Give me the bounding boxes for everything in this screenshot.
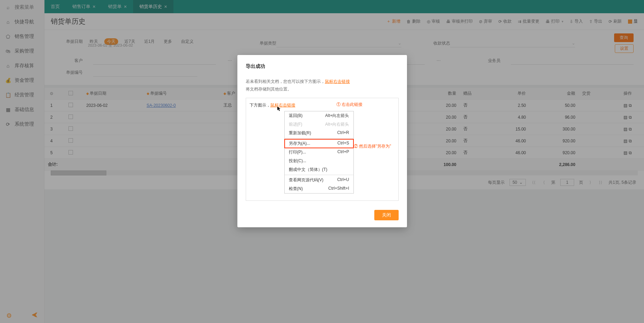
ctx-item: 查看网页源代码(V)Ctrl+U: [285, 176, 353, 184]
ctx-item: 打印(P)...Ctrl+P: [285, 148, 353, 157]
ctx-item: 检查(N)Ctrl+Shift+I: [285, 184, 353, 193]
modal-description: 若未看到相关文档，您也可以按下方图示，鼠标右击链接 将文档存储到其他位置。: [246, 78, 399, 93]
modal-title: 导出成功: [246, 63, 399, 70]
ctx-item: 投射(C)...: [285, 157, 353, 165]
ctx-item: 前进(F)Alt+向右箭头: [285, 120, 353, 129]
annotation-1: ① 右击此链接: [336, 102, 362, 108]
figure-link: 鼠标右击链接: [270, 103, 295, 108]
ctx-item: 重新加载(R)Ctrl+R: [285, 129, 353, 137]
ctx-item: 翻成中文（简体）(T): [285, 165, 353, 174]
cursor-icon: [277, 107, 281, 111]
annotation-2: ② 然后选择"另存为": [354, 143, 391, 149]
ctx-item: 返回(B)Alt+向左箭头: [285, 111, 353, 120]
modal-overlay: 导出成功 若未看到相关文档，您也可以按下方图示，鼠标右击链接 将文档存储到其他位…: [0, 0, 644, 323]
ctx-item: 另存为(A)...Ctrl+S: [285, 139, 353, 148]
modal-desc-link[interactable]: 鼠标右击链接: [325, 79, 350, 84]
modal-close-button[interactable]: 关闭: [374, 210, 399, 220]
export-success-modal: 导出成功 若未看到相关文档，您也可以按下方图示，鼠标右击链接 将文档存储到其他位…: [237, 55, 407, 227]
modal-figure: 下方图示，鼠标右击链接 ① 右击此链接 返回(B)Alt+向左箭头前进(F)Al…: [246, 98, 399, 201]
context-menu-illustration: 返回(B)Alt+向左箭头前进(F)Alt+向右箭头重新加载(R)Ctrl+R另…: [284, 111, 354, 194]
